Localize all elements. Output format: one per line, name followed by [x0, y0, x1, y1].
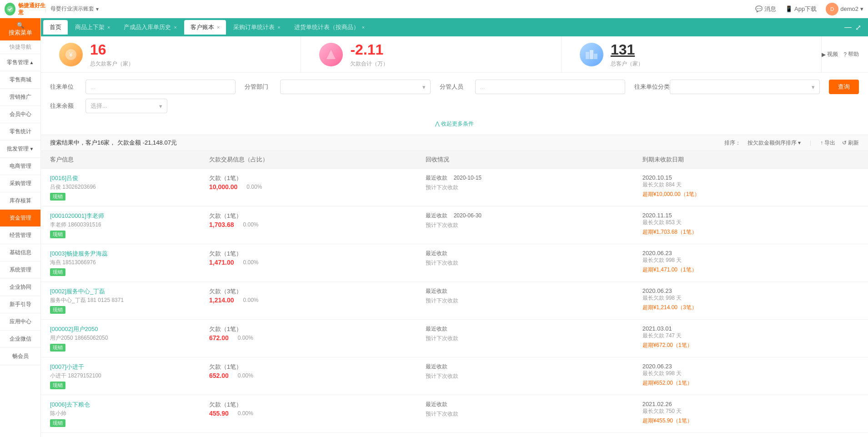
- customer-badge: 现销: [50, 268, 65, 276]
- customer-name[interactable]: [0001020001]李老师: [50, 212, 209, 220]
- department-label: 分管部门: [245, 83, 276, 91]
- collapse-filters-button[interactable]: ⋀ 收起更多条件: [50, 118, 859, 130]
- tab-products[interactable]: 商品上下架 ×: [69, 20, 116, 35]
- stat-card-total-customers: 131 总客户（家）: [562, 36, 822, 72]
- unit-category-filter: 往来单位分类 ▾: [634, 80, 820, 94]
- export-button[interactable]: ↑ 导出: [820, 139, 835, 147]
- debt-amount: 1,703.68: [209, 221, 234, 228]
- sidebar-item-marketing[interactable]: 营销推广: [0, 89, 40, 106]
- debt-customers-value: 16: [90, 41, 134, 58]
- department-select[interactable]: ▾: [280, 80, 430, 94]
- collection-next: 预计下次收款: [426, 410, 642, 418]
- source-unit-filter: 往来单位 ...: [50, 80, 236, 94]
- customer-name[interactable]: [000002]用户2050: [50, 325, 209, 333]
- tab-stock-stats[interactable]: 进货单统计表（按商品） ×: [288, 20, 371, 35]
- refresh-button[interactable]: ↺ 刷新: [842, 139, 859, 147]
- stat-right-actions: ▶ 视频 ? 帮助: [822, 36, 868, 72]
- debt-percent: 0.00%: [243, 221, 259, 228]
- customer-name[interactable]: [0006]去下粮仓: [50, 401, 209, 409]
- overdue-days: 最长欠款 750 天: [642, 407, 859, 415]
- overdue-days: 最长欠款 747 天: [642, 332, 859, 340]
- tab-end-buttons: — ⤢: [844, 23, 866, 32]
- debt-amount: 652.00: [209, 372, 229, 379]
- overdue-amount[interactable]: 超期¥455.90（1笔）: [642, 417, 859, 425]
- due-date-info: 2020.10.15 最长欠款 884 天 超期¥10,000.00（1笔）: [642, 174, 859, 198]
- sidebar-item-ecommerce[interactable]: 电商管理: [0, 158, 40, 175]
- customer-name[interactable]: [0003]畅捷服务尹海蕊: [50, 250, 209, 258]
- sidebar-item-retail-stats[interactable]: 零售统计: [0, 123, 40, 141]
- overdue-amount[interactable]: 超期¥10,000.00（1笔）: [642, 191, 859, 198]
- debt-amount: 1,471.00: [209, 259, 234, 266]
- tab-close-customer-account[interactable]: ×: [217, 25, 220, 30]
- collection-next: 预计下次收款: [426, 335, 642, 342]
- customer-phone: 小进干 18279152100: [50, 372, 209, 380]
- collapse-icon: ⋀: [435, 121, 441, 127]
- sidebar-item-basic-info[interactable]: 基础信息: [0, 244, 40, 261]
- overdue-amount[interactable]: 超期¥1,214.00（3笔）: [642, 304, 859, 311]
- tab-close-production[interactable]: ×: [174, 25, 176, 30]
- sidebar-item-new-guide[interactable]: 新手引导: [0, 296, 40, 313]
- overdue-amount[interactable]: 超期¥672.00（1笔）: [642, 342, 859, 349]
- sidebar-item-system[interactable]: 系统管理: [0, 261, 40, 279]
- dots-indicator: ...: [480, 84, 485, 90]
- debt-percent: 0.00%: [238, 372, 253, 379]
- sort-select[interactable]: 按欠款金额倒序排序 ▾: [748, 139, 801, 147]
- source-unit-input[interactable]: ...: [85, 80, 236, 94]
- sidebar-item-enterprise-wx[interactable]: 企业微信: [0, 331, 40, 348]
- search-button[interactable]: 查询: [829, 80, 859, 94]
- help-button[interactable]: ? 帮助: [843, 50, 859, 58]
- customer-name[interactable]: [0016]吕俊: [50, 174, 209, 182]
- user-profile[interactable]: D demo2 ▾: [826, 3, 863, 15]
- maximize-icon[interactable]: ⤢: [855, 23, 861, 32]
- overdue-amount[interactable]: 超期¥652.00（1笔）: [642, 379, 859, 387]
- tab-close-stock-stats[interactable]: ×: [362, 25, 365, 30]
- unit-category-select[interactable]: ▾: [670, 80, 820, 94]
- due-date-info: 2020.06.23 最长欠款 998 天 超期¥1,214.00（3笔）: [642, 287, 859, 311]
- customer-info: [0016]吕俊 吕俊 13026203696 现销: [50, 174, 209, 201]
- overdue-amount[interactable]: 超期¥1,703.68（1笔）: [642, 228, 859, 236]
- message-button[interactable]: 💬 消息: [755, 5, 776, 13]
- sidebar-item-app-center[interactable]: 应用中心: [0, 313, 40, 331]
- chevron-down-icon: ▾: [860, 5, 863, 12]
- sidebar-item-purchase[interactable]: 采购管理: [0, 175, 40, 192]
- sidebar-item-finance[interactable]: 资金管理: [0, 210, 40, 227]
- overdue-amount[interactable]: 超期¥1,471.00（1笔）: [642, 266, 859, 274]
- debt-percent: 0.00%: [246, 184, 262, 190]
- sidebar-item-retail-mall[interactable]: 零售商城: [0, 71, 40, 89]
- sidebar-item-retail-mgmt[interactable]: 零售管理 ▲: [0, 54, 40, 71]
- tab-close-products[interactable]: ×: [107, 25, 110, 30]
- due-date-info: 2021.03.01 最长欠款 747 天 超期¥672.00（1笔）: [642, 325, 859, 349]
- customer-name[interactable]: [0007]小进干: [50, 363, 209, 371]
- sidebar-item-member[interactable]: 会员中心: [0, 106, 40, 123]
- industry-selector[interactable]: 母婴行业演示账套 ▾: [45, 5, 118, 13]
- tab-purchase-order[interactable]: 采购订单统计表 ×: [227, 20, 286, 35]
- tab-customer-account[interactable]: 客户账本 ×: [184, 20, 226, 35]
- chevron-down-icon: ▾: [96, 6, 99, 12]
- collection-info: 最近收款 2020-06-30 预计下次收款: [426, 212, 642, 229]
- overdue-days: 最长欠款 853 天: [642, 219, 859, 226]
- manager-filter: 分管人员 ...: [440, 80, 625, 94]
- sidebar-search[interactable]: 🔍 搜索菜单: [0, 18, 40, 40]
- sidebar-item-operations[interactable]: 经营管理: [0, 227, 40, 244]
- sidebar-item-enterprise[interactable]: 企业协同: [0, 279, 40, 296]
- tab-stock-stats-label: 进货单统计表（按商品）: [294, 23, 359, 31]
- video-button[interactable]: ▶ 视频: [822, 50, 838, 58]
- tab-home[interactable]: 首页: [43, 20, 68, 35]
- arrow-icon: ▲: [30, 60, 34, 65]
- app-download-button[interactable]: 📱 App下载: [785, 5, 817, 13]
- tab-production[interactable]: 产成品入库单历史 ×: [117, 20, 183, 35]
- debt-amount-value: -2.11: [350, 41, 388, 58]
- table-row: [0007]小进干 小进干 18279152100 现销 欠款（1笔） 652.…: [41, 357, 868, 395]
- minimize-icon[interactable]: —: [844, 23, 852, 32]
- customer-badge: 现销: [50, 193, 65, 201]
- manager-input[interactable]: ...: [475, 80, 625, 94]
- sidebar-item-batch-mgmt[interactable]: 批发管理 ▼: [0, 141, 40, 158]
- svg-rect-5: [590, 50, 593, 59]
- customer-badge: 现销: [50, 231, 65, 238]
- sidebar-item-inventory[interactable]: 库存核算: [0, 192, 40, 210]
- balance-select[interactable]: 选择... ▾: [85, 99, 167, 113]
- customer-info: [0007]小进干 小进干 18279152100 现销: [50, 363, 209, 389]
- sidebar-item-vip[interactable]: 畅会员: [0, 348, 40, 365]
- tab-close-purchase-order[interactable]: ×: [277, 25, 280, 30]
- customer-name[interactable]: [0002]服务中心_丁磊: [50, 287, 209, 296]
